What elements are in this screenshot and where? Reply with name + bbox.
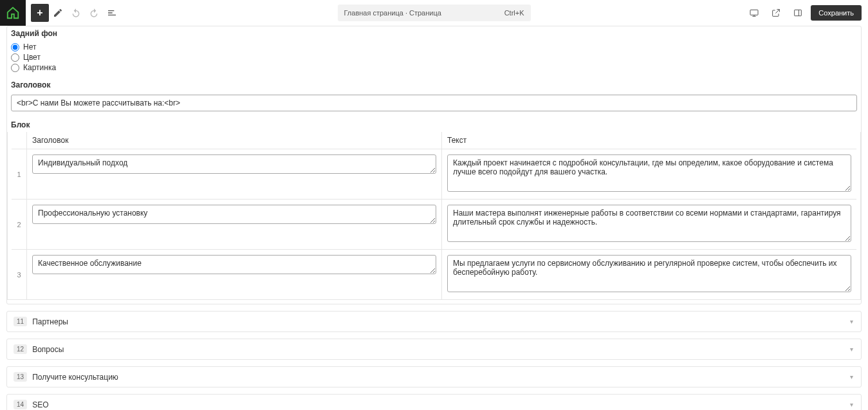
block-table: Заголовок Текст 1 2 3 — [7, 132, 861, 300]
table-row: 2 — [12, 200, 856, 250]
accordion-number: 12 — [14, 344, 27, 354]
desktop-icon — [749, 8, 759, 18]
main-content: Задний фон Нет Цвет Картинка Заголовок Б… — [0, 26, 868, 410]
row-number: 1 — [12, 149, 27, 199]
accordion-questions[interactable]: 12 Вопросы ▾ — [6, 339, 862, 360]
row-number: 3 — [12, 250, 27, 299]
chevron-down-icon: ▾ — [850, 318, 853, 325]
background-section-label: Задний фон — [7, 26, 861, 41]
accordion-title: Получите консультацию — [32, 373, 118, 382]
redo-button[interactable] — [85, 4, 103, 22]
th-heading: Заголовок — [27, 132, 442, 149]
row-title-input[interactable] — [32, 154, 436, 174]
radio-image-label[interactable]: Картинка — [23, 63, 56, 72]
accordion-number: 13 — [14, 372, 27, 382]
row-text-input[interactable] — [447, 205, 851, 242]
list-button[interactable] — [103, 4, 121, 22]
row-title-input[interactable] — [32, 205, 436, 224]
block-section-label: Блок — [7, 118, 861, 132]
panel-icon — [793, 8, 803, 18]
undo-icon — [71, 8, 81, 18]
accordion-number: 14 — [14, 400, 27, 409]
add-button[interactable]: + — [31, 4, 49, 22]
breadcrumb-bar[interactable]: Главная страница · Страница Ctrl+K — [338, 5, 531, 21]
pencil-icon — [53, 8, 63, 18]
svg-rect-1 — [795, 10, 802, 15]
accordion-title: Партнеры — [32, 317, 68, 326]
heading-section-label: Заголовок — [7, 78, 861, 92]
row-text-input[interactable] — [447, 255, 851, 292]
topbar-right: Сохранить — [745, 4, 868, 22]
accordion-title: SEO — [32, 400, 48, 409]
row-text-input[interactable] — [447, 154, 851, 192]
accordion-partners[interactable]: 11 Партнеры ▾ — [6, 311, 862, 332]
app-logo[interactable] — [0, 0, 26, 26]
th-num — [12, 132, 27, 149]
th-text: Текст — [442, 132, 856, 149]
breadcrumb: Главная страница · Страница — [344, 9, 441, 17]
radio-color: Цвет — [11, 52, 857, 62]
save-button[interactable]: Сохранить — [811, 5, 862, 21]
main-panel: Задний фон Нет Цвет Картинка Заголовок Б… — [6, 26, 862, 304]
table-row: 1 — [12, 149, 856, 200]
row-number: 2 — [12, 200, 27, 249]
list-icon — [107, 8, 117, 18]
table-row: 3 — [12, 250, 856, 299]
row-title-input[interactable] — [32, 255, 436, 274]
plus-icon: + — [37, 7, 42, 19]
radio-none-input[interactable] — [11, 43, 19, 51]
external-link-icon — [771, 8, 781, 18]
edit-button[interactable] — [49, 4, 67, 22]
heading-input-wrap — [7, 92, 861, 118]
accordion-title: Вопросы — [32, 345, 64, 354]
radio-color-input[interactable] — [11, 53, 19, 62]
radio-image-input[interactable] — [11, 64, 19, 72]
sidebar-toggle-button[interactable] — [789, 4, 807, 22]
desktop-view-button[interactable] — [745, 4, 763, 22]
undo-button[interactable] — [67, 4, 85, 22]
background-radio-group: Нет Цвет Картинка — [7, 41, 861, 78]
accordion-consultation[interactable]: 13 Получите консультацию ▾ — [6, 366, 862, 387]
shortcut-hint: Ctrl+K — [504, 9, 524, 17]
chevron-down-icon: ▾ — [850, 346, 853, 353]
radio-none-label[interactable]: Нет — [23, 42, 36, 51]
radio-none: Нет — [11, 42, 857, 52]
external-link-button[interactable] — [767, 4, 785, 22]
radio-color-label[interactable]: Цвет — [23, 53, 41, 62]
topbar: + Главная страница · Страница Ctrl+K Сох… — [0, 0, 868, 26]
svg-rect-0 — [750, 10, 758, 15]
chevron-down-icon: ▾ — [850, 401, 853, 408]
chevron-down-icon: ▾ — [850, 373, 853, 380]
table-header: Заголовок Текст — [12, 132, 856, 149]
topbar-left: + — [0, 0, 121, 26]
accordion-number: 11 — [14, 317, 27, 326]
home-icon — [6, 6, 20, 20]
radio-image: Картинка — [11, 62, 857, 73]
accordion-seo[interactable]: 14 SEO ▾ — [6, 394, 862, 410]
heading-input[interactable] — [11, 95, 857, 111]
redo-icon — [89, 8, 99, 18]
